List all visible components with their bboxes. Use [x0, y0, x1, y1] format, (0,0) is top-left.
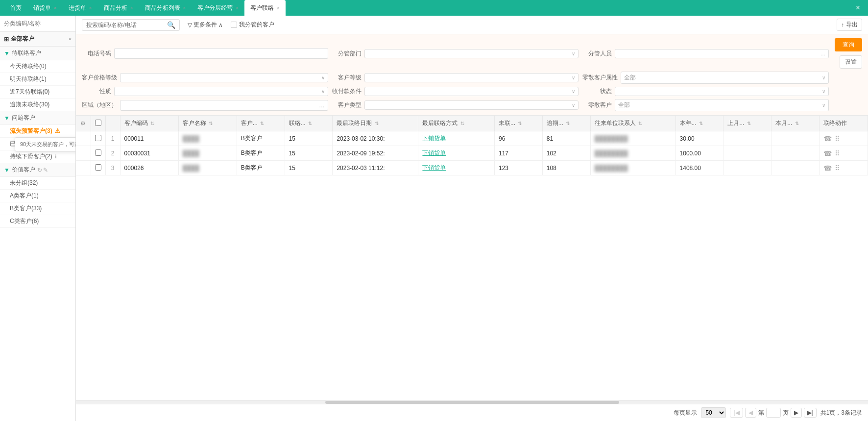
col-settings[interactable]: ⚙ — [76, 116, 91, 131]
price-grade-select[interactable]: ∨ — [120, 73, 328, 82]
checkbox-icon[interactable] — [231, 22, 237, 28]
col-uncontacted[interactable]: 未联... ⇅ — [495, 116, 543, 131]
prev-page-btn[interactable]: ◀ — [745, 408, 756, 418]
tab-purchase[interactable]: 进货单 × — [63, 0, 98, 16]
col-this-year[interactable]: 本年... ⇅ — [675, 116, 723, 131]
chevron-icon5: ∨ — [822, 75, 825, 80]
col-last-month[interactable]: 上月... ⇅ — [723, 116, 772, 131]
sidebar-item-overdue[interactable]: 逾期未联络(30) — [0, 99, 75, 111]
row-checkbox[interactable] — [91, 146, 105, 161]
more-action-icon[interactable]: ⠿ — [835, 135, 840, 143]
top-nav: 首页 销货单 × 进货单 × 商品分析 × 商品分析列表 × 客户分层经营 × … — [0, 0, 868, 16]
per-page-select[interactable]: 50 100 200 — [701, 407, 726, 418]
col-code[interactable]: 客户编码 ⇅ — [120, 116, 178, 131]
sidebar-item-ungroup[interactable]: 未分组(32) — [0, 177, 75, 190]
col-last-contact-type[interactable]: 最后联络方式 ⇅ — [418, 116, 495, 131]
page-input[interactable]: 1 — [766, 408, 781, 418]
last-page-btn[interactable]: ▶| — [804, 408, 817, 418]
more-conditions-btn[interactable]: ▽ 更多条件 ∧ — [184, 19, 227, 30]
next-page-btn[interactable]: ▶ — [791, 408, 802, 418]
row-last-contact-type[interactable]: 下销货单 — [418, 146, 495, 161]
close-tab-product-list[interactable]: × — [183, 5, 186, 11]
contact-icon[interactable]: ☎ — [823, 164, 832, 172]
tab-home[interactable]: 首页 — [4, 0, 27, 16]
row-last-contact-date: 2023-02-03 11:12: — [333, 161, 418, 175]
col-contact[interactable]: 联络... ⇅ — [285, 116, 333, 131]
customer-search-input[interactable] — [86, 22, 167, 28]
row-settings[interactable] — [76, 131, 91, 146]
problem-customer-section[interactable]: ▼ 问题客户 — [0, 111, 75, 125]
tab-product-analysis[interactable]: 商品分析 × — [98, 0, 139, 16]
close-tab-sales[interactable]: × — [54, 5, 57, 11]
refresh-icon[interactable]: ↻ — [37, 167, 42, 173]
phone-input[interactable] — [114, 48, 328, 59]
sidebar-item-declining[interactable]: 持续下滑客户(2) ℹ — [0, 150, 75, 163]
first-page-btn[interactable]: |◀ — [730, 408, 743, 418]
col-type[interactable]: 客户... ⇅ — [237, 116, 285, 131]
tab-customer-contact[interactable]: 客户联络 × — [244, 0, 286, 16]
nature-select[interactable]: ∨ — [114, 87, 328, 96]
row-checkbox[interactable] — [91, 131, 105, 146]
dept-select[interactable]: ∨ — [364, 49, 579, 58]
category-search-input[interactable] — [4, 20, 76, 27]
row-code: 000026 — [120, 161, 178, 175]
col-overdue[interactable]: 逾期... ⇅ — [542, 116, 590, 131]
horizontal-scrollbar[interactable] — [76, 400, 868, 404]
total-label: 共1页，3条记录 — [820, 409, 862, 417]
close-all-tabs[interactable]: × — [852, 3, 864, 12]
settings-button[interactable]: 设置 — [840, 55, 862, 69]
row-last-contact-type[interactable]: 下销货单 — [418, 161, 495, 175]
export-btn[interactable]: ↑ 导出 — [837, 19, 862, 31]
scrollbar-thumb[interactable] — [325, 401, 619, 404]
contact-icon[interactable]: ☎ — [823, 149, 832, 157]
sidebar-item-today[interactable]: 今天待联络(0) — [0, 60, 75, 73]
tab-product-list[interactable]: 商品分析列表 × — [139, 0, 192, 16]
close-tab-customer-contact[interactable]: × — [277, 5, 280, 11]
close-tab-purchase[interactable]: × — [89, 5, 92, 11]
col-checkbox[interactable] — [91, 116, 105, 131]
query-button[interactable]: 查询 — [835, 38, 862, 51]
close-tab-product-analysis[interactable]: × — [130, 5, 133, 11]
close-tab-customer-tier[interactable]: × — [236, 5, 239, 11]
col-this-month[interactable]: 本月... ⇅ — [772, 116, 820, 131]
value-customer-section[interactable]: ▼ 价值客户 ↻ ✎ — [0, 163, 75, 177]
pending-contact-section[interactable]: ▼ 待联络客户 — [0, 47, 75, 60]
grid-icon: ⊞ — [4, 36, 9, 43]
customer-type-select[interactable]: ∨ — [364, 100, 579, 110]
col-unit-contact[interactable]: 往来单位联系人 ⇅ — [590, 116, 675, 131]
payment-select[interactable]: ∨ — [364, 87, 579, 96]
row-settings[interactable] — [76, 161, 91, 175]
edit-icon[interactable]: ✎ — [43, 167, 48, 173]
more-action-icon[interactable]: ⠿ — [835, 164, 840, 172]
sidebar-item-7days[interactable]: 近7天待联络(0) — [0, 86, 75, 99]
sidebar-item-a-class[interactable]: A类客户(1) — [0, 190, 75, 202]
filter-person: 分管人员 … — [582, 49, 829, 58]
region-select[interactable]: … — [120, 100, 328, 111]
col-last-contact-date[interactable]: 最后联络日期 ⇅ — [333, 116, 418, 131]
tab-sales[interactable]: 销货单 × — [27, 0, 63, 16]
dots-icon[interactable]: … — [319, 102, 325, 109]
sidebar-item-tomorrow[interactable]: 明天待联络(1) — [0, 73, 75, 86]
select-all-checkbox[interactable] — [95, 120, 101, 126]
sidebar-item-churn-warning[interactable]: 流失预警客户(3) ⚠ — [0, 125, 75, 138]
row-last-contact-type[interactable]: 下销货单 — [418, 131, 495, 146]
row-this-year: 1000.00 — [675, 146, 723, 161]
retail-select[interactable]: 全部 ∨ — [615, 99, 829, 111]
row-settings[interactable] — [76, 146, 91, 161]
row-checkbox[interactable] — [91, 161, 105, 175]
col-name[interactable]: 客户名称 ⇅ — [178, 116, 237, 131]
my-customers-toggle[interactable]: 我分管的客户 — [231, 21, 274, 29]
all-customers-header[interactable]: ⊞ 全部客户 « — [0, 32, 75, 47]
tab-customer-tier[interactable]: 客户分层经营 × — [192, 0, 244, 16]
retail-attr-select[interactable]: 全部 ∨ — [621, 72, 829, 84]
person-select[interactable]: … — [615, 49, 829, 58]
more-action-icon[interactable]: ⠿ — [835, 149, 840, 157]
contact-icon[interactable]: ☎ — [823, 135, 832, 143]
sidebar-item-b-class[interactable]: B类客户(33) — [0, 202, 75, 215]
customer-grade-select[interactable]: ∨ — [364, 73, 579, 82]
row-uncontacted: 96 — [495, 131, 543, 146]
sidebar-item-c-class[interactable]: C类客户(6) — [0, 215, 75, 228]
status-select[interactable]: ∨ — [615, 87, 829, 96]
filter-region: 区域（地区） … — [82, 100, 328, 111]
search-icon[interactable]: 🔍 — [167, 21, 175, 29]
